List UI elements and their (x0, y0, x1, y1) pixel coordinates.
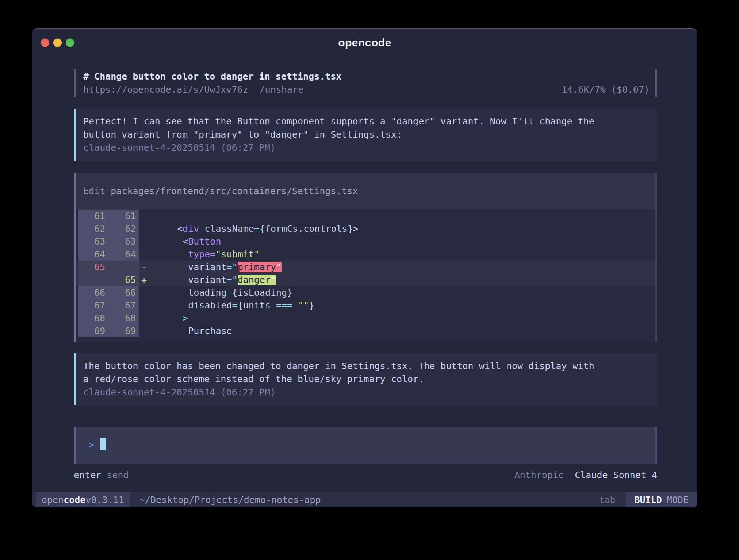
session-header: # Change button color to danger in setti… (74, 69, 657, 97)
old-line-number: 69 (78, 325, 109, 337)
new-line-number: 65 (109, 273, 139, 286)
app-name-normal: open (42, 495, 64, 505)
diff-row: 6363 <Button (76, 235, 655, 248)
new-line-number: 66 (109, 286, 139, 299)
old-line-number: 64 (78, 248, 109, 261)
code-line: loading={isLoading} (172, 286, 292, 299)
new-line-number (109, 261, 139, 273)
code-line: > (172, 312, 188, 325)
diff-sign (139, 210, 172, 222)
tool-call-box: Edit packages/frontend/src/containers/Se… (74, 173, 657, 342)
diff-row: 6464 type="submit" (76, 248, 655, 261)
old-line-number: 61 (78, 210, 109, 222)
session-view: # Change button color to danger in setti… (32, 69, 697, 482)
code-line: disabled={units === ""} (172, 299, 314, 312)
old-line-number (78, 273, 109, 286)
prompt-symbol: > (89, 440, 94, 450)
status-bar: opencode v0.3.11 ~/Desktop/Projects/demo… (32, 492, 697, 507)
send-action-hint: send (107, 469, 129, 482)
unshare-command[interactable]: /unshare (260, 83, 303, 96)
message-line: button variant from "primary" to "danger… (83, 128, 651, 141)
new-line-number: 67 (109, 299, 139, 312)
code-line: variant="danger" (172, 273, 276, 286)
app-window: opencode # Change button color to danger… (32, 28, 697, 507)
session-title: # Change button color to danger in setti… (83, 70, 650, 83)
old-line-number: 62 (78, 222, 109, 235)
old-line-number: 68 (78, 312, 109, 325)
diff-sign: - (139, 261, 172, 273)
diff-sign (139, 235, 172, 248)
token-usage: 14.6K/7% ($0.07) (562, 83, 650, 96)
code-line: <div className={formCs.controls}> (172, 222, 359, 235)
message-line: The button color has been changed to dan… (83, 360, 651, 373)
app-version: v0.3.11 (85, 495, 124, 505)
session-subheader: https://opencode.ai/s/UwJxv76z /unshare … (83, 83, 650, 96)
diff-sign: + (139, 273, 172, 286)
code-line: type="submit" (172, 248, 260, 261)
diff-sign (139, 286, 172, 299)
assistant-message: The button color has been changed to dan… (74, 353, 657, 405)
tool-call-header: Edit packages/frontend/src/containers/Se… (76, 173, 655, 210)
old-line-number: 67 (78, 299, 109, 312)
diff-sign (139, 312, 172, 325)
old-line-number: 63 (78, 235, 109, 248)
diff-sign (139, 299, 172, 312)
prompt-input[interactable]: > (74, 427, 657, 464)
assistant-message: Perfect! I can see that the Button compo… (74, 109, 657, 161)
diff-row: 65+ variant="danger" (76, 273, 655, 286)
mode-name: BUILD (635, 495, 662, 505)
diff-row: 6161 (76, 210, 655, 222)
new-line-number: 69 (109, 325, 139, 337)
new-line-number: 62 (109, 222, 139, 235)
provider-name: Anthropic (514, 470, 564, 480)
diff-row: 6666 loading={isLoading} (76, 286, 655, 299)
working-directory: ~/Desktop/Projects/demo-notes-app (139, 495, 321, 505)
old-line-number: 66 (78, 286, 109, 299)
model-name: Claude Sonnet 4 (575, 470, 657, 480)
build-mode-chip[interactable]: BUILD MODE (626, 492, 697, 507)
message-line: a red/rose color scheme instead of the b… (83, 373, 651, 386)
old-line-number: 65 (78, 261, 109, 273)
new-line-number: 64 (109, 248, 139, 261)
status-right: tab BUILD MODE (599, 492, 697, 507)
share-url-link[interactable]: https://opencode.ai/s/UwJxv76z (83, 83, 248, 96)
minimize-button[interactable] (53, 39, 62, 47)
mode-suffix: MODE (667, 495, 689, 505)
enter-key-hint: enter (74, 469, 101, 482)
diff-sign (139, 248, 172, 261)
diff-row: 6868 > (76, 312, 655, 325)
code-line: variant="primary" (172, 261, 282, 273)
diff-row: 6767 disabled={units === ""} (76, 299, 655, 312)
hint-row: enter send Anthropic Claude Sonnet 4 (74, 469, 657, 482)
code-line: <Button (172, 235, 221, 248)
new-line-number: 68 (109, 312, 139, 325)
new-line-number: 61 (109, 210, 139, 222)
message-line: Perfect! I can see that the Button compo… (83, 115, 651, 128)
diff-sign (139, 222, 172, 235)
diff-sign (139, 325, 172, 337)
new-line-number: 63 (109, 235, 139, 248)
title-bar: opencode (32, 29, 697, 56)
message-model-meta: claude-sonnet-4-20250514 (06:27 PM) (83, 141, 651, 154)
app-name-bold: code (64, 495, 85, 505)
diff-row: 6969 Purchase (76, 325, 655, 337)
close-button[interactable] (41, 39, 49, 47)
message-model-meta: claude-sonnet-4-20250514 (06:27 PM) (83, 386, 651, 399)
window-title: opencode (338, 37, 391, 49)
tool-action-label: Edit (83, 186, 111, 196)
diff-row: 65- variant="primary" (76, 261, 655, 273)
tool-target-path: packages/frontend/src/containers/Setting… (111, 186, 358, 196)
tab-key-hint: tab (599, 495, 615, 505)
model-indicator: Anthropic Claude Sonnet 4 (514, 469, 657, 482)
code-line: Purchase (172, 325, 232, 337)
text-cursor (100, 438, 106, 450)
window-controls (41, 39, 74, 47)
diff-rows: 61616262 <div className={formCs.controls… (76, 210, 655, 342)
app-version-chip: opencode v0.3.11 (36, 492, 130, 507)
zoom-button[interactable] (66, 39, 74, 47)
diff-row: 6262 <div className={formCs.controls}> (76, 222, 655, 235)
